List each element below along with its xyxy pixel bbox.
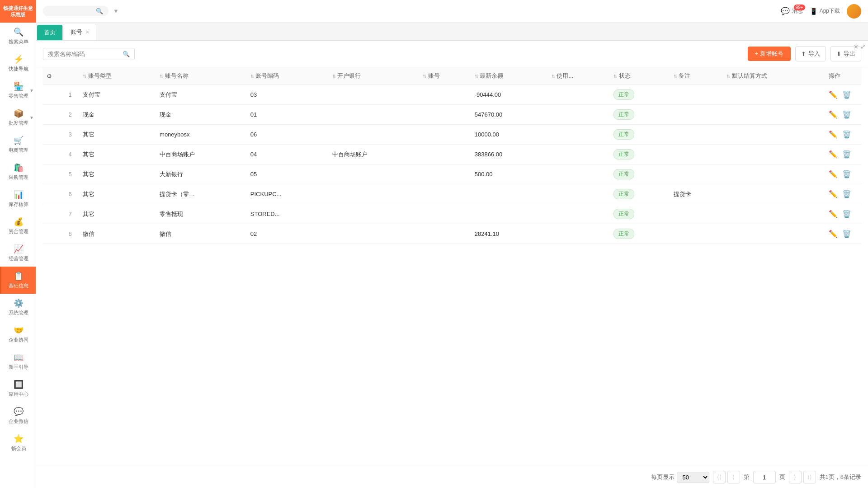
row-settings-1 bbox=[43, 105, 61, 125]
table-search-box[interactable]: 🔍 bbox=[43, 48, 135, 60]
delete-icon-3[interactable]: 🗑️ bbox=[842, 150, 851, 159]
add-account-button[interactable]: + 新增账号 bbox=[748, 47, 791, 61]
tab-account[interactable]: 账号 × bbox=[64, 24, 96, 40]
sidebar-item-purchase-label: 采购管理 bbox=[9, 174, 28, 181]
topbar-search-input[interactable] bbox=[48, 8, 94, 14]
sidebar-item-ecommerce-label: 电商管理 bbox=[9, 147, 28, 154]
sidebar-item-operation-mgmt[interactable]: 📈 经营管理 bbox=[0, 239, 36, 267]
per-page-select[interactable]: 50 20 100 bbox=[677, 472, 709, 483]
row-usage-3 bbox=[548, 145, 610, 164]
content-expand-icon[interactable]: ⤢ bbox=[860, 43, 866, 51]
topbar-dropdown-icon[interactable]: ▼ bbox=[113, 8, 119, 14]
col-account-code-sort-icon: ⇅ bbox=[250, 74, 254, 79]
sidebar-item-search-menu[interactable]: 🔍 搜索菜单 bbox=[0, 23, 36, 50]
tab-account-label: 账号 bbox=[71, 28, 82, 36]
col-account-code-header[interactable]: ⇅ 账号编码 bbox=[247, 67, 329, 85]
page-next-button[interactable]: ⟩ bbox=[789, 471, 802, 483]
import-label: 导入 bbox=[808, 50, 820, 58]
table-container: ⚙ ⇅ 账号类型 ⇅ 账号名称 ⇅ 账号编码 bbox=[36, 67, 868, 466]
row-default-payment-2 bbox=[723, 125, 825, 145]
inventory-icon: 📊 bbox=[14, 190, 24, 200]
col-status-header[interactable]: ⇅ 状态 bbox=[610, 67, 670, 85]
page-last-button[interactable]: ⟩⟩ bbox=[803, 471, 816, 483]
sidebar-item-appcenter-label: 应用中心 bbox=[9, 391, 28, 398]
user-avatar[interactable] bbox=[847, 4, 861, 19]
col-account-name-header[interactable]: ⇅ 账号名称 bbox=[156, 67, 247, 85]
edit-icon-0[interactable]: ✏️ bbox=[829, 90, 838, 99]
delete-icon-4[interactable]: 🗑️ bbox=[842, 170, 851, 178]
page-prev-button[interactable]: ⟨ bbox=[727, 471, 740, 483]
search-menu-icon: 🔍 bbox=[14, 27, 24, 37]
col-settings-header[interactable]: ⚙ bbox=[43, 67, 61, 85]
delete-icon-1[interactable]: 🗑️ bbox=[842, 110, 851, 119]
sidebar-item-retail-mgmt[interactable]: 🏪 零售管理 ▼ bbox=[0, 77, 36, 104]
sidebar-item-newbie-label: 新手引导 bbox=[9, 364, 28, 371]
edit-icon-7[interactable]: ✏️ bbox=[829, 230, 838, 238]
tab-home[interactable]: 首页 bbox=[37, 25, 63, 40]
edit-icon-3[interactable]: ✏️ bbox=[829, 150, 838, 159]
col-default-payment-sort-icon: ⇅ bbox=[726, 74, 730, 79]
table-search-input[interactable] bbox=[48, 51, 120, 57]
col-account-header[interactable]: ⇅ 账号 bbox=[419, 67, 471, 85]
sidebar-item-enterprise-wechat[interactable]: 💬 企业微信 bbox=[0, 402, 36, 429]
edit-icon-6[interactable]: ✏️ bbox=[829, 210, 838, 218]
sidebar-item-vip-member[interactable]: ⭐ 畅会员 bbox=[0, 429, 36, 456]
newbie-guide-icon: 📖 bbox=[14, 352, 24, 362]
row-account-code-1: 01 bbox=[247, 105, 329, 125]
col-remark-header[interactable]: ⇅ 备注 bbox=[670, 67, 723, 85]
delete-icon-7[interactable]: 🗑️ bbox=[842, 230, 851, 238]
sidebar-item-enterprise-agreement[interactable]: 🤝 企业协同 bbox=[0, 321, 36, 348]
edit-icon-2[interactable]: ✏️ bbox=[829, 130, 838, 139]
accounts-table: ⚙ ⇅ 账号类型 ⇅ 账号名称 ⇅ 账号编码 bbox=[43, 67, 861, 244]
tab-home-label: 首页 bbox=[44, 28, 56, 37]
sidebar-item-quick-nav[interactable]: ⚡ 快捷导航 bbox=[0, 50, 36, 77]
sidebar-item-finance-mgmt[interactable]: 💰 资金管理 bbox=[0, 212, 36, 239]
notification-button[interactable]: 💬 消息 99+ bbox=[781, 7, 803, 15]
edit-icon-4[interactable]: ✏️ bbox=[829, 170, 838, 178]
col-usage-header[interactable]: ⇅ 使用... bbox=[548, 67, 610, 85]
topbar: 🔍 ▼ 💬 消息 99+ 📱 App下载 bbox=[36, 0, 868, 23]
page-number-input[interactable] bbox=[753, 471, 776, 483]
page-first-button[interactable]: ⟨⟨ bbox=[713, 471, 726, 483]
content-close-icon[interactable]: × bbox=[854, 43, 858, 51]
delete-icon-0[interactable]: 🗑️ bbox=[842, 90, 851, 99]
sidebar-item-newbie-guide[interactable]: 📖 新手引导 bbox=[0, 348, 36, 375]
row-remark-4 bbox=[670, 164, 723, 184]
sidebar-item-inventory[interactable]: 📊 库存核算 bbox=[0, 185, 36, 212]
row-settings-7 bbox=[43, 224, 61, 244]
tab-account-close-icon[interactable]: × bbox=[86, 29, 89, 35]
sidebar-item-system-mgmt[interactable]: ⚙️ 系统管理 bbox=[0, 294, 36, 321]
purchase-mgmt-icon: 🛍️ bbox=[14, 163, 24, 173]
col-bank-header[interactable]: ⇅ 开户银行 bbox=[329, 67, 420, 85]
table-row: 4 其它 中百商场账户 04 中百商场账户 383866.00 正常 ✏️ 🗑️ bbox=[43, 145, 861, 164]
app-download-button[interactable]: 📱 App下载 bbox=[810, 7, 840, 15]
edit-icon-5[interactable]: ✏️ bbox=[829, 190, 838, 198]
col-account-type-sort-icon: ⇅ bbox=[83, 74, 86, 79]
sidebar-item-basic-info[interactable]: 📋 基础信息 bbox=[0, 267, 36, 294]
sidebar-item-quick-nav-label: 快捷导航 bbox=[9, 66, 28, 72]
delete-icon-5[interactable]: 🗑️ bbox=[842, 190, 851, 198]
ecommerce-mgmt-icon: 🛒 bbox=[14, 136, 24, 145]
delete-icon-6[interactable]: 🗑️ bbox=[842, 210, 851, 218]
sidebar-item-inventory-label: 库存核算 bbox=[9, 201, 28, 208]
import-button[interactable]: ⬆ 导入 bbox=[795, 46, 826, 61]
col-account-type-header[interactable]: ⇅ 账号类型 bbox=[79, 67, 156, 85]
col-balance-header[interactable]: ⇅ 最新余额 bbox=[471, 67, 548, 85]
row-remark-3 bbox=[670, 145, 723, 164]
row-usage-0 bbox=[548, 85, 610, 105]
row-remark-1 bbox=[670, 105, 723, 125]
sidebar-item-app-center[interactable]: 🔲 应用中心 bbox=[0, 375, 36, 402]
row-bank-7 bbox=[329, 224, 420, 244]
sidebar-item-ecommerce-mgmt[interactable]: 🛒 电商管理 bbox=[0, 131, 36, 158]
import-icon: ⬆ bbox=[801, 51, 806, 57]
col-default-payment-header[interactable]: ⇅ 默认结算方式 bbox=[723, 67, 825, 85]
row-default-payment-3 bbox=[723, 145, 825, 164]
topbar-search-box[interactable]: 🔍 bbox=[43, 6, 108, 16]
sidebar-item-wholesale-mgmt[interactable]: 📦 批发管理 ▼ bbox=[0, 104, 36, 131]
table-header-row: ⚙ ⇅ 账号类型 ⇅ 账号名称 ⇅ 账号编码 bbox=[43, 67, 861, 85]
delete-icon-2[interactable]: 🗑️ bbox=[842, 130, 851, 139]
table-row: 3 其它 moneybosx 06 10000.00 正常 ✏️ 🗑️ bbox=[43, 125, 861, 145]
edit-icon-1[interactable]: ✏️ bbox=[829, 110, 838, 119]
sidebar-item-purchase-mgmt[interactable]: 🛍️ 采购管理 bbox=[0, 158, 36, 185]
per-page-label: 每页显示 bbox=[651, 473, 675, 481]
